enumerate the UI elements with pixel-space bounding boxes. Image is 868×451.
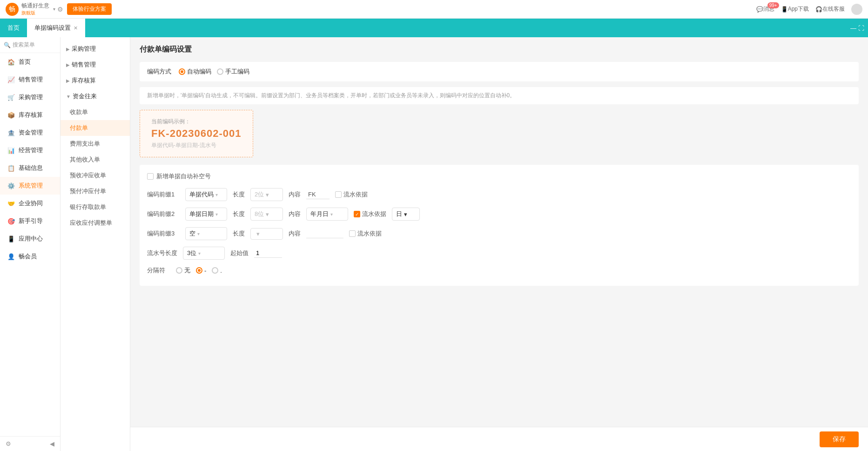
prefix1-select-arrow: ▾ (215, 192, 218, 197)
sub-menu-prepay-payable[interactable]: 预付冲应付单 (61, 183, 130, 199)
sidebar-item-home[interactable]: 🏠 首页 (0, 53, 60, 71)
sub-menu-prepay-receivable[interactable]: 预收冲应收单 (61, 168, 130, 183)
prefix3-length-select[interactable]: ▾ (250, 228, 283, 240)
sub-menu-other-income[interactable]: 其他收入单 (61, 152, 130, 168)
auto-fill-row: 新增单据自动补空号 (147, 172, 851, 181)
brand-name: 畅通好生意 旗舰版 (21, 2, 49, 16)
sidebar-item-purchase[interactable]: 🛒 采购管理 (0, 88, 60, 106)
operations-icon: 📊 (7, 147, 15, 154)
message-area[interactable]: 💬 消息 99+ (756, 5, 774, 13)
separator-label: 分隔符 (147, 266, 170, 275)
prefix1-select[interactable]: 单据代码 ▾ (185, 188, 227, 201)
prefix2-select[interactable]: 单据日期 ▾ (185, 208, 227, 221)
home-tab-label: 首页 (7, 24, 20, 32)
sidebar-collapse-icon[interactable]: ◀ (50, 440, 54, 447)
sub-menu-ap-adjust[interactable]: 应收应付调整单 (61, 215, 130, 231)
sidebar-item-base[interactable]: 📋 基础信息 (0, 159, 60, 177)
inventory-icon: 📦 (7, 111, 15, 119)
prefix2-unit-arrow: ▾ (404, 211, 407, 218)
sidebar-item-member[interactable]: 👤 畅会员 (0, 248, 60, 265)
prefix2-content-arrow: ▾ (330, 212, 333, 217)
maximize-icon[interactable]: ⛶ (858, 25, 864, 32)
collapse-purchase-icon: ▶ (66, 47, 70, 52)
main-panel: 付款单编码设置 编码方式 自动编码 手工编码 (130, 37, 868, 427)
sub-menu-header-purchase[interactable]: ▶ 采购管理 (61, 41, 130, 57)
prefix2-row: 编码前缀2 单据日期 ▾ 长度 8位 ▾ 内容 (147, 208, 851, 221)
sub-menu-group-sales: ▶ 销售管理 (61, 57, 130, 73)
prefix2-unit-select[interactable]: 日 ▾ (392, 208, 420, 221)
prefix1-serial-checkbox (335, 191, 342, 198)
prefix3-select-arrow: ▾ (197, 231, 200, 236)
prefix1-length-select[interactable]: 2位 ▾ (250, 188, 283, 201)
sub-menu-header-inventory[interactable]: ▶ 库存核算 (61, 73, 130, 88)
sub-menu-receipts[interactable]: 收款单 (61, 104, 130, 120)
sidebar-item-enterprise[interactable]: 🤝 企业协同 (0, 195, 60, 212)
prefix3-content-label: 内容 (289, 229, 301, 238)
sidebar-item-guide[interactable]: 🎯 新手引导 (0, 212, 60, 230)
sales-icon: 📈 (7, 76, 15, 83)
sidebar-item-system[interactable]: ⚙️ 系统管理 (0, 177, 60, 195)
sep-dot[interactable]: . (212, 267, 222, 274)
sidebar-item-finance[interactable]: 🏦 资金管理 (0, 124, 60, 141)
prefix3-select[interactable]: 空 ▾ (185, 227, 227, 240)
collapse-sales-icon: ▶ (66, 62, 70, 67)
app-download-icon: 📱 (781, 6, 788, 13)
tab-encoding[interactable]: 单据编码设置 ✕ (27, 19, 85, 37)
appstore-icon: 📱 (7, 235, 15, 242)
prefix3-serial-check[interactable]: 流水依据 (349, 229, 382, 238)
sub-menu-expense[interactable]: 费用支出单 (61, 136, 130, 152)
sub-menu-header-capital[interactable]: ▼ 资金往来 (61, 88, 130, 104)
home-icon: 🏠 (7, 58, 15, 66)
online-service[interactable]: 🎧 在线客服 (815, 5, 845, 13)
sidebar-item-inventory[interactable]: 📦 库存核算 (0, 106, 60, 124)
avatar[interactable] (851, 4, 862, 15)
sep-none[interactable]: 无 (176, 266, 190, 275)
sidebar-item-operations[interactable]: 📊 经营管理 (0, 141, 60, 159)
prefix3-content-input[interactable] (306, 229, 343, 238)
serial-length-select[interactable]: 3位 ▾ (183, 247, 225, 260)
sidebar-settings-icon[interactable]: ⚙ (6, 440, 11, 447)
auto-fill-label: 新增单据自动补空号 (156, 172, 211, 181)
sidebar-item-appstore[interactable]: 📱 应用中心 (0, 230, 60, 248)
manual-encode-radio[interactable]: 手工编码 (217, 67, 249, 76)
prefix3-serial-checkbox (349, 230, 356, 237)
prefix3-length-label: 长度 (233, 229, 245, 238)
prefix2-length-label: 长度 (233, 210, 245, 218)
sub-menu-bank-deposit[interactable]: 银行存取款单 (61, 199, 130, 215)
industry-btn[interactable]: 体验行业方案 (67, 3, 112, 15)
encoding-tab-label: 单据编码设置 (34, 24, 71, 32)
sub-menu-group-capital: ▼ 资金往来 收款单 付款单 费用支出单 其他收入单 预收冲应收单 预付冲应付单… (61, 88, 130, 231)
content-area: ▶ 采购管理 ▶ 销售管理 ▶ 库存核算 ▼ 资金往来 (61, 37, 868, 451)
separator-row: 分隔符 无 - (147, 266, 851, 275)
app-download[interactable]: 📱 App下载 (781, 5, 809, 13)
prefix2-serial-check[interactable]: ✓ 流水依据 (354, 210, 386, 218)
dropdown-arrow-icon[interactable]: ▾ (53, 7, 55, 12)
auto-fill-checkbox[interactable] (147, 173, 154, 180)
sidebar-search[interactable]: 🔍 搜索菜单 (0, 37, 60, 53)
prefix1-content-input[interactable] (306, 190, 330, 199)
minimize-icon[interactable]: — (850, 25, 856, 32)
prefix1-row: 编码前缀1 单据代码 ▾ 长度 2位 ▾ 内容 (147, 188, 851, 201)
prefix2-length-select[interactable]: 8位 ▾ (250, 208, 283, 221)
example-label: 当前编码示例： (151, 118, 242, 126)
sep-dash[interactable]: - (196, 267, 206, 274)
settings-icon[interactable]: ⚙ (57, 6, 63, 13)
prefix3-row: 编码前缀3 空 ▾ 长度 ▾ 内容 (147, 227, 851, 240)
close-tab-icon[interactable]: ✕ (74, 25, 78, 31)
sidebar-item-sales[interactable]: 📈 销售管理 (0, 71, 60, 88)
tab-home[interactable]: 首页 (0, 19, 27, 37)
prefix2-content-select[interactable]: 年月日 ▾ (306, 208, 348, 221)
page-title: 付款单编码设置 (140, 45, 859, 54)
prefix3-label: 编码前缀3 (147, 229, 180, 238)
main-layout: 🔍 搜索菜单 🏠 首页 📈 销售管理 🛒 采购管理 📦 库存核算 🏦 资金管理 … (0, 37, 868, 451)
auto-encode-radio[interactable]: 自动编码 (179, 67, 211, 76)
prefix1-serial-check[interactable]: 流水依据 (335, 190, 368, 199)
start-value-input[interactable] (254, 249, 282, 258)
bottom-bar: 保存 (130, 427, 868, 451)
sub-menu-payments[interactable]: 付款单 (61, 120, 130, 136)
save-button[interactable]: 保存 (820, 431, 859, 447)
purchase-icon: 🛒 (7, 94, 15, 101)
sub-menu-header-sales[interactable]: ▶ 销售管理 (61, 57, 130, 73)
example-code: FK-20230602-001 (151, 128, 242, 140)
collapse-inventory-icon: ▶ (66, 78, 70, 83)
